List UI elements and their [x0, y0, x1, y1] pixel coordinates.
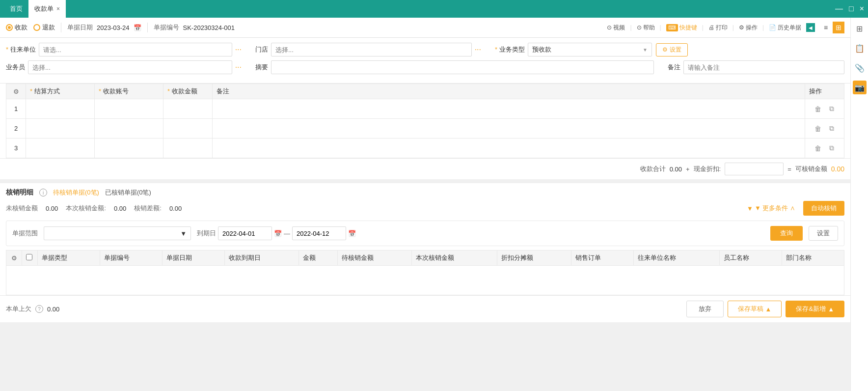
calendar-to-icon[interactable]: 📅 — [348, 230, 356, 237]
counterparty-input[interactable] — [39, 43, 232, 56]
remarks-input[interactable] — [683, 60, 844, 74]
store-input[interactable] — [271, 43, 472, 56]
maximize-icon[interactable]: □ — [849, 4, 854, 13]
radio-collect[interactable]: 收款 — [6, 23, 27, 32]
settings-button[interactable]: ⚙ 设置 — [656, 43, 688, 56]
row-account-1[interactable] — [95, 99, 163, 119]
equals-sign: = — [787, 166, 791, 173]
tab-home[interactable]: 首页 — [4, 0, 28, 18]
calendar-from-icon[interactable]: 📅 — [274, 230, 282, 237]
business-type-value: 预收款 — [532, 45, 643, 54]
row-remark-3[interactable] — [213, 139, 805, 158]
row-remark-2[interactable] — [213, 119, 805, 139]
history-action[interactable]: 📄 历史单据 — [769, 24, 801, 32]
save-new-button[interactable]: 保存&新增 ▲ — [786, 301, 844, 317]
gear-icon: ⚙ — [662, 46, 668, 53]
sidebar-camera-icon[interactable]: 📷 — [853, 81, 867, 94]
pending-tab[interactable]: 待核销单据(0笔) — [53, 188, 99, 197]
discount-label: 现金折扣: — [694, 165, 721, 173]
bottom-col-department: 部门名称 — [782, 251, 844, 266]
table-row: 3 🗑 ⧉ — [6, 139, 844, 158]
list-view-icon[interactable]: ≡ — [820, 22, 832, 33]
row-settle-3[interactable] — [26, 139, 95, 158]
bottom-select-all[interactable] — [26, 254, 32, 260]
minimize-icon[interactable]: — — [835, 4, 843, 13]
sidebar-clipboard-icon[interactable]: 📋 — [853, 41, 867, 55]
operations-action[interactable]: ⚙ 操作 — [739, 24, 758, 32]
section-header: 核销明细 i 待核销单据(0笔) 已核销单据(0笔) — [6, 188, 844, 197]
shortcut-action[interactable]: ⌨ 快捷键 — [666, 24, 697, 32]
row-amount-3[interactable] — [163, 139, 213, 158]
row-delete-3[interactable]: 🗑 — [813, 143, 823, 154]
query-button[interactable]: 查询 — [770, 226, 803, 241]
video-action[interactable]: ⊙ 视频 — [607, 24, 625, 32]
row-copy-3[interactable]: ⧉ — [826, 143, 837, 154]
business-type-select[interactable]: 预收款 ▼ — [528, 43, 652, 56]
close-window-icon[interactable]: × — [860, 4, 864, 13]
row-remark-1[interactable] — [213, 99, 805, 119]
footer-info-icon[interactable]: ? — [35, 305, 43, 313]
range-chevron-icon: ▼ — [180, 230, 187, 237]
row-copy-1[interactable]: ⧉ — [826, 104, 837, 114]
grid-view-icon[interactable]: ⊞ — [833, 22, 844, 33]
save-draft-button[interactable]: 保存草稿 ▲ — [728, 301, 782, 317]
radio-group: 收款 退款 — [6, 23, 55, 32]
remarks-field: 备注 — [668, 60, 844, 74]
salesperson-label: 业务员 — [6, 63, 25, 72]
row-copy-2[interactable]: ⧉ — [826, 123, 837, 134]
nav-prev[interactable]: ◀ — [806, 23, 815, 32]
discard-button[interactable]: 放弃 — [686, 301, 724, 317]
print-icon: 🖨 — [708, 24, 714, 31]
calendar-icon[interactable]: 📅 — [134, 24, 141, 31]
section-divider — [0, 179, 850, 183]
more-conditions[interactable]: ▼ ▼ 更多条件 ∧ — [747, 204, 795, 213]
sidebar-table-icon[interactable]: ⊞ — [853, 22, 867, 35]
row-delete-2[interactable]: 🗑 — [813, 123, 823, 134]
bottom-col-date: 单据日期 — [162, 251, 224, 266]
row-settle-2[interactable] — [26, 119, 95, 139]
due-date-label: 到期日 — [197, 229, 216, 238]
row-delete-1[interactable]: 🗑 — [813, 104, 823, 114]
date-value: 2023-03-24 — [97, 24, 130, 31]
salesperson-dots[interactable]: ··· — [235, 63, 242, 72]
history-icon: 📄 — [769, 24, 776, 31]
toolbar: 收款 退款 单据日期 2023-03-24 📅 单据编号 SK-20230324… — [0, 18, 850, 38]
toolbar-divider-1 — [61, 23, 61, 32]
tab-close-icon[interactable]: × — [56, 5, 60, 12]
help-action[interactable]: ⊙ 帮助 — [637, 24, 655, 32]
bottom-col-employee: 员工名称 — [720, 251, 782, 266]
salesperson-input[interactable] — [28, 60, 232, 74]
tab-receipt[interactable]: 收款单 × — [28, 0, 66, 18]
row-account-2[interactable] — [95, 119, 163, 139]
row-num-2: 2 — [6, 119, 26, 139]
row-amount-1[interactable] — [163, 99, 213, 119]
range-select[interactable]: ▼ — [44, 226, 191, 240]
filter-settings-button[interactable]: 设置 — [809, 226, 838, 241]
radio-refund[interactable]: 退款 — [33, 23, 55, 32]
summary-input[interactable] — [271, 60, 654, 74]
sidebar-attachment-icon[interactable]: 📎 — [853, 61, 867, 75]
form-row-2: 业务员 ··· 摘要 备注 — [6, 60, 844, 74]
net-value: 0.00 — [831, 165, 844, 173]
chevron-down-icon: ▼ — [643, 47, 648, 53]
row-settle-1[interactable] — [26, 99, 95, 119]
section-title: 核销明细 — [6, 188, 33, 197]
summary-label: 摘要 — [255, 63, 268, 72]
business-type-label: 业务类型 — [495, 45, 525, 54]
date-from-input[interactable] — [218, 226, 272, 240]
bottom-col-sales-order: 销售订单 — [571, 251, 634, 266]
discount-input[interactable] — [725, 163, 784, 175]
table-gear-icon[interactable]: ⚙ — [10, 88, 22, 95]
info-icon[interactable]: i — [39, 189, 47, 196]
bottom-gear-icon[interactable]: ⚙ — [10, 254, 18, 262]
row-amount-2[interactable] — [163, 119, 213, 139]
col-gear-header: ⚙ — [6, 84, 26, 99]
row-account-3[interactable] — [95, 139, 163, 158]
auto-settle-button[interactable]: 自动核销 — [803, 201, 844, 216]
done-tab[interactable]: 已核销单据(0笔) — [105, 188, 151, 197]
print-action[interactable]: 🖨 打印 — [708, 24, 728, 32]
date-label: 单据日期 — [67, 23, 93, 32]
store-dots[interactable]: ··· — [475, 45, 481, 54]
counterparty-dots[interactable]: ··· — [235, 45, 242, 54]
date-to-input[interactable] — [292, 226, 346, 240]
